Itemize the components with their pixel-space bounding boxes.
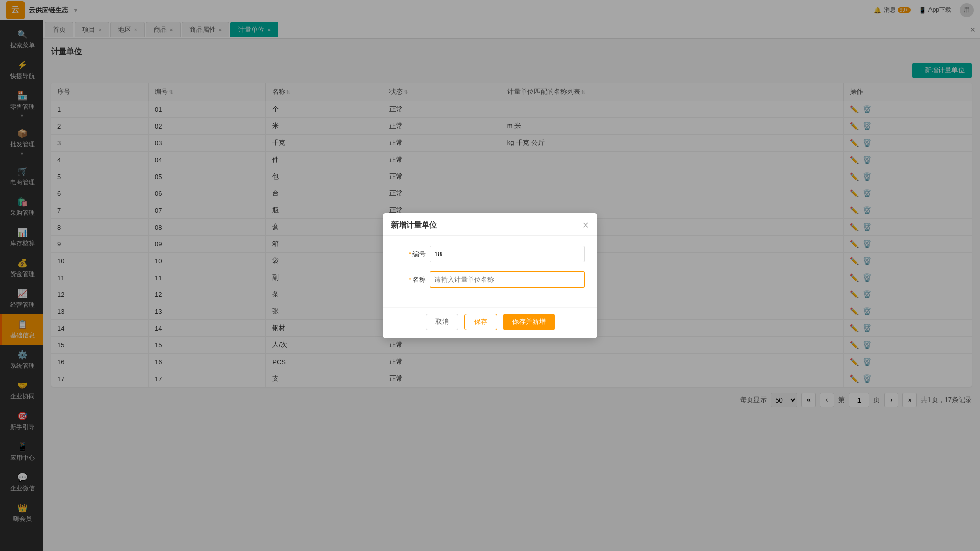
- modal-overlay: 新增计量单位 ✕ *编号 *名称 取消 保存 保存并新增: [0, 0, 980, 551]
- code-required-mark: *: [409, 250, 411, 258]
- name-form-row: *名称: [395, 271, 585, 288]
- modal-body: *编号 *名称: [383, 236, 597, 307]
- save-button[interactable]: 保存: [464, 314, 497, 330]
- code-label: *编号: [395, 249, 426, 259]
- cancel-button[interactable]: 取消: [426, 314, 458, 330]
- code-input[interactable]: [430, 246, 585, 262]
- add-unit-modal: 新增计量单位 ✕ *编号 *名称 取消 保存 保存并新增: [383, 213, 597, 338]
- modal-footer: 取消 保存 保存并新增: [383, 307, 597, 338]
- name-required-mark: *: [409, 276, 411, 283]
- modal-header: 新增计量单位 ✕: [383, 213, 597, 236]
- name-label: *名称: [395, 275, 426, 284]
- save-and-new-button[interactable]: 保存并新增: [503, 314, 555, 330]
- modal-close-icon[interactable]: ✕: [582, 220, 589, 230]
- code-form-row: *编号: [395, 246, 585, 262]
- name-input[interactable]: [430, 271, 585, 288]
- modal-title: 新增计量单位: [391, 220, 437, 230]
